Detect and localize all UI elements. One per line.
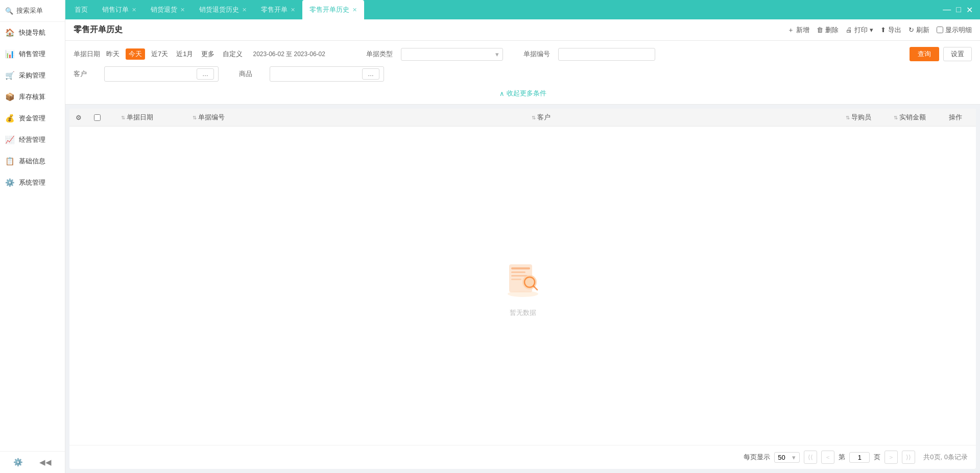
date-opt-today[interactable]: 今天 [126,48,145,60]
tab-retail-open-history[interactable]: 零售开单历史 ✕ [302,0,364,19]
window-minimize[interactable]: — [943,5,951,14]
sidebar-item-finance[interactable]: 💰 资金管理 [0,108,65,129]
sidebar-item-quick-nav[interactable]: 🏠 快捷导航 [0,22,65,43]
sidebar-item-label: 经营管理 [19,135,45,144]
collapse-icon[interactable]: ◀◀ [39,458,52,467]
sidebar-item-purchase-mgmt[interactable]: 🛒 采购管理 [0,65,65,86]
sidebar-item-operation[interactable]: 📈 经营管理 [0,129,65,151]
cart-icon: 🛒 [5,71,15,80]
doc-type-select[interactable] [401,48,503,61]
delete-button[interactable]: 🗑 删除 [817,26,839,35]
tab-retail-open-label: 零售开单 [261,5,288,14]
setting-button[interactable]: 设置 [943,47,972,61]
tab-sales-return-close[interactable]: ✕ [180,7,185,13]
next-page-btn[interactable]: ＞ [885,451,898,464]
select-all-checkbox[interactable] [94,114,101,121]
sidebar-item-sys-mgmt[interactable]: ⚙️ 系统管理 [0,172,65,193]
sidebar-item-basic-info[interactable]: 📋 基础信息 [0,151,65,172]
export-label: 导出 [888,26,901,35]
settings-gear-icon: ⚙ [76,114,82,121]
svg-rect-2 [511,267,530,269]
th-guide-label: 导购员 [851,113,871,122]
collapse-label: 收起更多条件 [507,89,546,98]
tab-sales-return-history[interactable]: 销货退货历史 ✕ [192,0,254,19]
tab-sales-return-history-close[interactable]: ✕ [242,7,247,13]
money-icon: 💰 [5,114,15,123]
sidebar-item-label: 基础信息 [19,157,45,166]
sidebar-item-sales-mgmt[interactable]: 📊 销售管理 [0,43,65,65]
add-label: 新增 [796,26,809,35]
date-label: 单据日期 [74,49,104,59]
settings-bottom-icon[interactable]: ⚙️ [13,458,23,467]
doc-type-select-wrapper [401,48,503,61]
show-detail-input[interactable] [937,27,943,33]
delete-label: 删除 [825,26,839,35]
filter-row-1: 单据日期 昨天 今天 近7天 近1月 更多 自定义 2023-06-02 至 2… [74,47,972,61]
date-opt-more[interactable]: 更多 [199,49,217,59]
th-settings[interactable]: ⚙ [69,114,88,121]
search-icon: 🔍 [5,7,13,15]
tab-sales-return-history-label: 销货退货历史 [199,5,239,14]
page-input[interactable] [849,452,870,463]
date-opt-yesterday[interactable]: 昨天 [104,49,122,59]
refresh-button[interactable]: ↻ 刷新 [909,26,929,35]
add-button[interactable]: ＋ 新增 [787,26,809,35]
sidebar-item-label: 快捷导航 [19,28,45,37]
tab-home[interactable]: 首页 [67,0,95,19]
doc-no-input[interactable] [558,48,655,61]
th-action-label: 操作 [949,113,962,122]
th-customer[interactable]: ⇅ 客户 [249,113,833,122]
date-opt-7days[interactable]: 近7天 [149,49,170,59]
home-icon: 🏠 [5,28,15,37]
tab-bar: 首页 销售订单 ✕ 销货退货 ✕ 销货退货历史 ✕ 零售开单 ✕ 零售开单历史 … [65,0,980,19]
export-icon: ⬆ [880,26,886,34]
show-detail-label: 显示明细 [945,26,972,35]
empty-illustration [500,254,546,300]
date-opt-1month[interactable]: 近1月 [174,49,195,59]
tab-bar-end: — □ ✕ [943,5,978,15]
date-range-display: 2023-06-02 至 2023-06-02 [253,50,325,59]
customer-input[interactable] [109,70,195,78]
tab-retail-open-history-close[interactable]: ✕ [352,7,357,13]
th-action: 操作 [935,113,976,122]
customer-ellipsis-btn[interactable]: … [197,68,214,80]
tab-sales-order[interactable]: 销售订单 ✕ [95,0,144,19]
tab-sales-order-close[interactable]: ✕ [132,7,136,13]
tab-sales-return-label: 销货退货 [151,5,177,14]
tab-sales-return[interactable]: 销货退货 ✕ [144,0,192,19]
per-page-label: 每页显示 [744,453,770,462]
sort-icon: ⇅ [894,115,898,120]
th-guide[interactable]: ⇅ 导购员 [833,113,884,122]
export-button[interactable]: ⬆ 导出 [880,26,901,35]
collapse-icon: ∧ [499,90,505,97]
goods-ellipsis-btn[interactable]: … [362,68,379,80]
window-maximize[interactable]: □ [956,5,961,14]
sidebar-search[interactable]: 🔍 搜索采单 [0,0,65,22]
collapse-bar[interactable]: ∧ 收起更多条件 [74,87,972,100]
sidebar-item-inventory[interactable]: 📦 库存核算 [0,86,65,108]
show-detail-checkbox[interactable]: 显示明细 [937,26,972,35]
prev-page-btn[interactable]: ＜ [821,451,834,464]
sort-icon: ⇅ [121,115,125,120]
page-size-select[interactable]: 50 20 100 200 [774,452,800,463]
print-button[interactable]: 🖨 打印 ▾ [846,26,873,35]
th-checkbox[interactable] [88,114,106,121]
tab-retail-open-close[interactable]: ✕ [291,7,295,13]
first-page-btn[interactable]: ⟨⟨ [804,451,817,464]
query-button[interactable]: 查询 [910,47,939,61]
th-amount[interactable]: ⇅ 实销金额 [884,113,935,122]
tab-retail-open-history-label: 零售开单历史 [309,5,349,14]
th-customer-label: 客户 [537,113,551,122]
goods-input[interactable] [274,70,360,78]
th-docno[interactable]: ⇅ 单据编号 [168,113,249,122]
window-close[interactable]: ✕ [966,5,973,15]
date-opt-custom[interactable]: 自定义 [221,49,245,59]
last-page-btn[interactable]: ⟩⟩ [902,451,915,464]
tab-retail-open[interactable]: 零售开单 ✕ [254,0,302,19]
pagination: 每页显示 50 20 100 200 ⟨⟨ ＜ 第 页 ＞ ⟩⟩ 共0页, 0条… [69,445,976,469]
th-amount-label: 实销金额 [899,113,926,122]
sidebar-item-label: 采购管理 [19,71,45,80]
sidebar-item-label: 资金管理 [19,114,45,123]
table-header: ⚙ ⇅ 单据日期 ⇅ 单据编号 ⇅ 客户 ⇅ 导购员 ⇅ [69,109,976,127]
th-date[interactable]: ⇅ 单据日期 [106,113,168,122]
